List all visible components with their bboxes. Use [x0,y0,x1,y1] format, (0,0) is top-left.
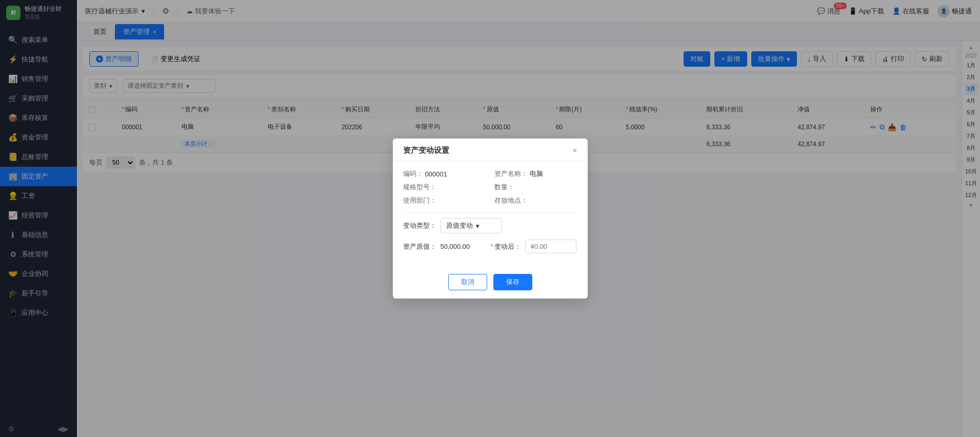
spec-label: 规格型号： [403,183,436,192]
modal-department-item: 使用部门： [403,196,486,205]
asset-name-label: 资产名称： [494,169,528,178]
department-label: 使用部门： [403,196,436,205]
save-btn[interactable]: 保存 [493,274,532,290]
after-change-text: 变动后： [494,242,521,251]
change-type-label: 变动类型： [403,221,436,230]
asset-change-modal: 资产变动设置 × 编码： 000001 资产名称： 电脑 规格型号： 数量： [393,138,588,299]
change-type-row: 变动类型： 原值变动 ▾ [403,218,577,233]
cancel-btn[interactable]: 取消 [448,274,487,290]
modal-title: 资产变动设置 [403,146,449,155]
modal-divider [403,212,577,213]
change-type-arrow-icon: ▾ [476,222,479,230]
original-value-display: 50,000.00 [441,243,487,250]
modal-body: 编码： 000001 资产名称： 电脑 规格型号： 数量： 使用部门： [393,161,588,268]
modal-close-btn[interactable]: × [572,146,577,155]
modal-location-item: 存放地点： [494,196,577,205]
code-label: 编码： [403,169,423,178]
location-label: 存放地点： [494,196,528,205]
asset-name-value: 电脑 [530,169,543,178]
asset-value-row: 资产原值： 50,000.00 * 变动后： [403,240,577,253]
after-change-input[interactable] [525,240,576,253]
modal-info-grid: 编码： 000001 资产名称： 电脑 规格型号： 数量： 使用部门： [403,169,577,205]
modal-header: 资产变动设置 × [393,138,588,161]
after-change-label: * 变动后： [491,242,521,251]
modal-spec-item: 规格型号： [403,183,486,192]
modal-asset-name-item: 资产名称： 电脑 [494,169,577,178]
change-type-select[interactable]: 原值变动 ▾ [441,218,502,233]
change-type-value: 原值变动 [446,221,473,230]
quantity-label: 数量： [494,183,514,192]
code-value: 000001 [425,170,447,178]
original-value-label: 资产原值： [403,242,436,251]
modal-overlay: 资产变动设置 × 编码： 000001 资产名称： 电脑 规格型号： 数量： [0,0,980,437]
modal-footer: 取消 保存 [393,268,588,299]
modal-quantity-item: 数量： [494,183,577,192]
modal-code-item: 编码： 000001 [403,169,486,178]
